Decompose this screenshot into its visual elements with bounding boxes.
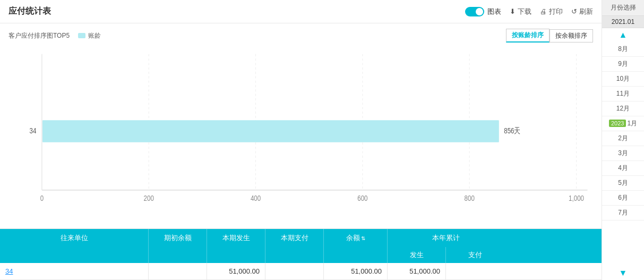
svg-text:800: 800 <box>465 194 475 203</box>
unit-link[interactable]: 34 <box>5 267 13 275</box>
sort-by-amount-button[interactable]: 按余额排序 <box>549 29 593 43</box>
sidebar-item-2[interactable]: 2月 <box>602 131 644 146</box>
svg-text:200: 200 <box>144 194 154 203</box>
td-unit: 34 <box>0 263 149 279</box>
sidebar-item-3[interactable]: 3月 <box>602 146 644 161</box>
sidebar-item-10[interactable]: 10月 <box>602 72 644 87</box>
sidebar-date-value: 2021.01 <box>602 16 644 28</box>
th-opening: 期初余额 <box>149 229 207 247</box>
chart-section: 客户应付排序图TOP5 账龄 按账龄排序 按余额排序 <box>0 23 602 228</box>
sidebar-nav-up-button[interactable]: ▲ <box>602 28 644 42</box>
sidebar-item-6[interactable]: 6月 <box>602 191 644 206</box>
th-current-pay: 本期支付 <box>265 229 324 247</box>
td-opening <box>149 263 207 279</box>
chart-wrapper: 0 200 400 600 800 1,000 <box>8 47 593 223</box>
sidebar-item-5[interactable]: 5月 <box>602 176 644 191</box>
sidebar-nav-down-button[interactable]: ▼ <box>602 266 644 280</box>
chart-toggle-label: 图表 <box>487 7 501 16</box>
header: 应付统计表 图表 ⬇ 下载 🖨 打印 ↺ 刷新 <box>0 0 602 23</box>
sidebar: 月份选择 2021.01 ▲ 8月 9月 10月 11月 12月 20231月 … <box>602 0 644 280</box>
svg-rect-14 <box>42 120 499 142</box>
page-title: 应付统计表 <box>8 6 51 17</box>
table-header-row2: 发生 支付 <box>0 247 602 263</box>
td-current-pay <box>265 263 324 279</box>
print-button[interactable]: 🖨 打印 <box>540 7 563 16</box>
sidebar-item-9[interactable]: 9月 <box>602 57 644 72</box>
header-actions: 图表 ⬇ 下载 🖨 打印 ↺ 刷新 <box>465 7 593 16</box>
sidebar-item-2023[interactable]: 20231月 <box>602 116 644 131</box>
th-ytd-pay: 支付 <box>446 247 504 263</box>
th-ytd-group: 本年累计 <box>388 229 504 247</box>
chart-toggle[interactable]: 图表 <box>465 7 501 16</box>
chevron-down-icon: ▼ <box>619 268 628 278</box>
refresh-button[interactable]: ↺ 刷新 <box>571 7 593 16</box>
sidebar-header: 月份选择 <box>602 0 644 16</box>
print-icon: 🖨 <box>540 7 547 15</box>
legend-box <box>78 33 85 38</box>
sidebar-item-4[interactable]: 4月 <box>602 161 644 176</box>
chart-svg: 0 200 400 600 800 1,000 <box>8 47 593 223</box>
svg-text:0: 0 <box>40 194 44 203</box>
td-ytd-occur: 51,000.00 <box>388 263 446 279</box>
sort-by-balance-button[interactable]: 按账龄排序 <box>506 29 549 43</box>
chart-legend: 客户应付排序图TOP5 账龄 <box>8 31 101 40</box>
th-balance: 余额 ⇅ <box>324 229 388 247</box>
td-ytd-pay <box>446 263 504 279</box>
balance-icon: ⇅ <box>361 235 365 241</box>
refresh-icon: ↺ <box>571 7 577 15</box>
svg-text:400: 400 <box>251 194 261 203</box>
download-icon: ⬇ <box>510 7 516 15</box>
th-ytd-occur: 发生 <box>388 247 446 263</box>
svg-text:34: 34 <box>30 126 37 135</box>
sidebar-scroll[interactable]: 8月 9月 10月 11月 12月 20231月 2月 3月 4月 5月 6月 … <box>602 42 644 266</box>
td-current-occur: 51,000.00 <box>207 263 265 279</box>
th-current-occur: 本期发生 <box>207 229 265 247</box>
svg-text:856天: 856天 <box>504 126 520 135</box>
legend-age-label: 账龄 <box>88 31 101 40</box>
sidebar-item-11[interactable]: 11月 <box>602 87 644 101</box>
svg-text:600: 600 <box>357 194 367 203</box>
table-header-row1: 往来单位 期初余额 本期发生 本期支付 余额 ⇅ 本年累计 <box>0 229 602 247</box>
chevron-up-icon: ▲ <box>619 30 628 40</box>
year-badge-2023: 2023 <box>609 120 626 127</box>
toggle-thumb <box>476 8 483 15</box>
sidebar-item-7[interactable]: 7月 <box>602 206 644 220</box>
chart-controls: 按账龄排序 按余额排序 <box>506 29 593 43</box>
th-unit: 往来单位 <box>0 229 149 247</box>
legend-label: 客户应付排序图TOP5 <box>8 31 70 40</box>
toggle-track[interactable] <box>465 7 484 16</box>
download-button[interactable]: ⬇ 下载 <box>510 7 531 16</box>
legend-item-age: 账龄 <box>78 31 101 40</box>
sidebar-item-12[interactable]: 12月 <box>602 101 644 116</box>
svg-text:1,000: 1,000 <box>569 194 584 203</box>
sidebar-item-8[interactable]: 8月 <box>602 42 644 57</box>
table-section: 往来单位 期初余额 本期发生 本期支付 余额 ⇅ 本年累计 <box>0 228 602 280</box>
table-row: 34 51,000.00 51,000.00 51,000.00 <box>0 263 602 280</box>
td-balance: 51,000.00 <box>324 263 388 279</box>
